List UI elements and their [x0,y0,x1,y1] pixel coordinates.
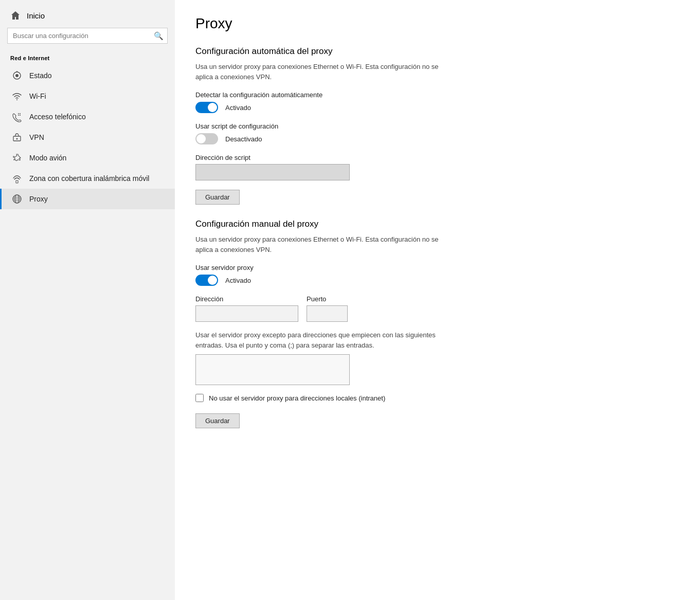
exception-text: Usar el servidor proxy excepto para dire… [195,330,447,350]
svg-rect-10 [16,180,18,183]
airplane-icon [12,153,22,163]
detect-toggle[interactable] [195,102,218,113]
proxy-server-label: Usar servidor proxy [195,264,679,271]
sidebar-item-wifi[interactable]: Wi-Fi [0,86,175,106]
manual-save-button[interactable]: Guardar [195,413,240,428]
search-input[interactable] [7,28,168,44]
exception-textarea[interactable] [195,354,350,385]
page-title: Proxy [195,15,679,32]
svg-point-6 [20,115,21,116]
no-local-proxy-checkbox[interactable] [195,394,204,402]
wifi-icon [12,91,22,101]
svg-point-5 [20,113,21,114]
sidebar-item-proxy[interactable]: Proxy [0,189,175,209]
auto-save-button[interactable]: Guardar [195,190,240,205]
svg-point-9 [16,138,18,140]
detect-status: Activado [225,104,251,112]
sidebar: Inicio 🔍 Red e Internet Estado Wi-Fi [0,0,175,600]
search-container: 🔍 [7,28,168,44]
main-content: Proxy Configuración automática del proxy… [175,0,700,600]
proxy-server-status: Activado [225,277,251,284]
script-status: Desactivado [225,135,262,143]
sidebar-item-estado[interactable]: Estado [0,65,175,86]
section-label: Red e Internet [0,52,175,65]
svg-point-1 [15,74,19,77]
proxy-server-toggle[interactable] [195,275,218,286]
home-icon [10,10,21,21]
script-address-input[interactable] [195,164,350,180]
no-local-proxy-label[interactable]: No usar el servidor proxy para direccion… [209,394,385,402]
puerto-field-wrap: Puerto [307,295,348,322]
address-field-wrap: Dirección [195,295,298,322]
address-input[interactable] [195,305,298,322]
script-toggle[interactable] [195,133,218,144]
mobile-hotspot-icon [12,173,22,184]
detect-toggle-row: Activado [195,102,679,113]
svg-point-3 [16,99,17,100]
manual-section-description: Usa un servidor proxy para conexiones Et… [195,234,453,254]
script-label: Usar script de configuración [195,122,679,130]
proxy-icon [12,194,22,204]
search-icon: 🔍 [154,31,164,41]
puerto-input[interactable] [307,305,348,322]
address-field-label: Dirección [195,295,298,303]
auto-section: Configuración automática del proxy Usa u… [195,46,679,205]
no-local-proxy-row: No usar el servidor proxy para direccion… [195,394,679,402]
proxy-toggle-row: Activado [195,275,679,286]
svg-point-7 [18,115,19,116]
puerto-field-label: Puerto [307,295,348,303]
auto-section-description: Usa un servidor proxy para conexiones Et… [195,62,453,82]
detect-label: Detectar la configuración automáticament… [195,91,679,99]
manual-section: Configuración manual del proxy Usa un se… [195,219,679,428]
svg-point-4 [18,113,19,114]
dial-icon [12,112,22,122]
sidebar-item-zona[interactable]: Zona con cobertura inalámbrica móvil [0,168,175,189]
manual-section-title: Configuración manual del proxy [195,219,679,229]
vpn-icon [12,132,22,142]
address-label: Dirección de script [195,154,679,161]
auto-section-title: Configuración automática del proxy [195,46,679,57]
sidebar-item-modo-avion[interactable]: Modo avión [0,148,175,168]
sidebar-item-vpn[interactable]: VPN [0,127,175,148]
sidebar-item-inicio[interactable]: Inicio [0,5,175,28]
script-toggle-row: Desactivado [195,133,679,144]
sidebar-item-acceso[interactable]: Acceso telefónico [0,106,175,127]
address-puerto-row: Dirección Puerto [195,295,679,322]
estado-icon [12,70,22,81]
